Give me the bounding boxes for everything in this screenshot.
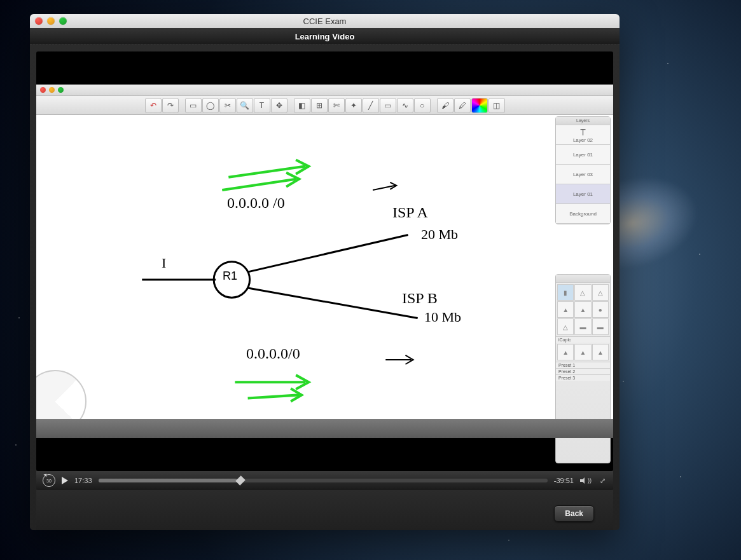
brush-thumb: ▲ [574,301,591,318]
diagram-isp-b-bw: 10 Mb [424,309,461,325]
brush-thumb: ▲ [557,301,574,318]
brush-preset: Preset 3 [556,374,610,381]
volume-button[interactable]: )) [580,477,592,484]
brush-thumb: ● [592,301,609,318]
text-tool-icon: T [254,98,270,113]
layers-header: Layers [556,117,610,125]
brush-thumb: △ [557,318,574,335]
inner-close-icon [40,87,46,93]
drawing-toolbar: ↶ ↷ ▭ ◯ ✂ 🔍 T ✥ ◧ ⊞ [36,96,613,115]
minimize-window-button[interactable] [47,17,55,25]
line-icon: ╱ [363,98,379,113]
diagram-svg [36,115,613,438]
desktop-wallpaper: CCIE Exam Learning Video ↶ [0,0,741,560]
wand-icon: ✦ [345,98,362,113]
content-area: ↶ ↷ ▭ ◯ ✂ 🔍 T ✥ ◧ ⊞ [30,45,620,530]
fullscreen-button[interactable]: ⤢ [598,476,607,485]
app-window: CCIE Exam Learning Video ↶ [30,14,620,530]
inner-traffic-lights [40,87,64,93]
brush-preset: Preset 1 [556,362,610,368]
video-controls: 30 17:33 -39:51 )) ⤢ [36,471,613,490]
brush-thumb: ▮ [557,284,574,301]
inner-titlebar [36,85,613,96]
brush-thumb: ▲ [557,344,574,360]
layer-item: TLayer 02 [556,125,610,145]
brush-thumb: ▲ [592,344,609,360]
seek-progress [99,479,238,482]
close-window-button[interactable] [35,17,43,25]
move-tool-icon: ✥ [271,98,287,113]
rect-shape-icon: ▭ [380,98,396,113]
brush-thumb: △ [574,284,591,301]
diagram-isp-a: ISP A [392,204,428,221]
video-player: ↶ ↷ ▭ ◯ ✂ 🔍 T ✥ ◧ ⊞ [36,51,613,471]
brush-grid-2: ▲▲▲ [556,343,610,362]
brush-preset: Preset 2 [556,368,610,374]
footer-bar: Back [36,490,613,530]
svg-line-3 [248,288,418,318]
inner-bottom-bar [36,419,613,438]
scissors-icon: ✄ [328,98,345,113]
circle-icon: ○ [414,98,431,113]
diagram-router-label: R1 [223,270,237,283]
swatches-icon: ◫ [488,98,505,113]
skip-back-30-button[interactable]: 30 [43,474,55,487]
layer-item: Background [556,204,610,224]
play-button[interactable] [62,477,68,484]
volume-waves-icon: )) [588,477,592,484]
inner-zoom-icon [58,87,64,93]
remaining-time: -39:51 [554,477,574,484]
back-button[interactable]: Back [554,505,594,522]
elapsed-time: 17:33 [74,477,92,484]
layer-item: Layer 01 [556,145,610,165]
window-titlebar: CCIE Exam [30,14,620,28]
volume-icon [580,477,586,484]
seek-slider[interactable] [99,479,548,482]
zoom-window-button[interactable] [59,17,67,25]
traffic-lights [35,17,67,25]
layers-panel: Layers TLayer 02 Layer 01 Layer 03 Layer… [555,116,611,224]
diagram-isp-b: ISP B [402,290,438,307]
diagram-isp-a-bw: 20 Mb [421,226,458,243]
seek-knob[interactable] [236,475,246,486]
pen-icon: 🖊 [454,98,471,113]
undo-icon: ↶ [145,98,162,113]
video-content-drawing-app: ↶ ↷ ▭ ◯ ✂ 🔍 T ✥ ◧ ⊞ [36,85,613,438]
brush-thumb: ▲ [574,344,591,360]
diagram-top-route: 0.0.0.0 /0 [227,195,285,212]
brush-panel-header [556,275,610,283]
brush-thumb: ▬ [592,318,609,335]
ellipse-select-icon: ◯ [202,98,219,113]
brush-thumb: ▬ [574,318,591,335]
brush-grid: ▮△△ ▲▲● △▬▬ [556,283,610,336]
grid-icon: ⊞ [311,98,328,113]
svg-line-2 [248,235,408,272]
whiteboard-canvas: I R1 0.0.0.0 /0 0.0.0.0/0 ISP A 20 Mb IS… [36,115,613,438]
page-subtitle: Learning Video [30,28,620,45]
inner-minimize-icon [49,87,55,93]
color-wheel-icon [471,98,488,113]
zoom-icon: 🔍 [237,98,253,113]
eraser-icon: ◧ [294,98,310,113]
brush-thumb: △ [592,284,609,301]
brush-section-label: iCopic [556,336,610,343]
brush-icon: 🖌 [437,98,454,113]
window-title: CCIE Exam [30,17,620,26]
rect-select-icon: ▭ [185,98,202,113]
crop-icon: ✂ [219,98,236,113]
diagram-left-label: I [162,255,166,271]
layer-item-selected: Layer 01 [556,184,610,204]
layer-item: Layer 03 [556,165,610,184]
curve-icon: ∿ [397,98,413,113]
diagram-bottom-route: 0.0.0.0/0 [246,345,300,362]
redo-icon: ↷ [162,98,179,113]
